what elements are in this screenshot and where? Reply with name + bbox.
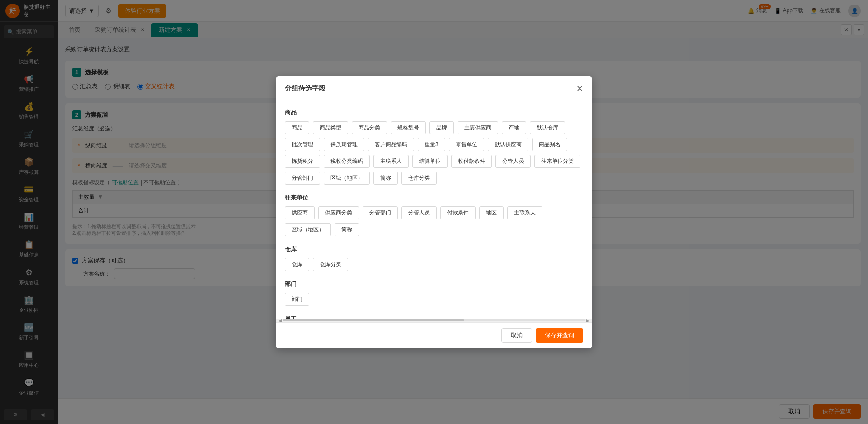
field-tag-product-25[interactable]: 仓库分类 [401, 172, 437, 185]
field-tag-product-11[interactable]: 重量3 [418, 138, 445, 151]
field-tag-warehouse-1[interactable]: 仓库分类 [313, 258, 348, 271]
field-tag-product-13[interactable]: 默认供应商 [488, 138, 528, 151]
hscroll-thumb [283, 319, 464, 321]
modal-body[interactable]: 商品 商品 商品类型 商品分类 规格型号 品牌 主要供应商 产地 默认仓库 批次… [276, 101, 592, 319]
hscroll-track [283, 319, 585, 321]
field-tag-product-3[interactable]: 规格型号 [391, 121, 426, 134]
field-tag-product-15[interactable]: 拣货积分 [285, 155, 320, 168]
section-partner: 往来单位 供应商 供应商分类 分管部门 分管人员 付款条件 地区 主联系人 区域… [285, 194, 583, 236]
field-tag-product-5[interactable]: 主要供应商 [458, 121, 498, 134]
field-tag-product-23[interactable]: 区域（地区） [324, 172, 370, 185]
field-tag-product-0[interactable]: 商品 [285, 121, 309, 134]
field-tag-product-22[interactable]: 分管部门 [285, 172, 320, 185]
field-tag-partner-5[interactable]: 地区 [479, 206, 504, 219]
field-tag-product-17[interactable]: 主联系人 [373, 155, 409, 168]
section-warehouse-fields: 仓库 仓库分类 [285, 258, 583, 271]
field-tag-partner-1[interactable]: 供应商分类 [318, 206, 359, 219]
section-product-fields: 商品 商品类型 商品分类 规格型号 品牌 主要供应商 产地 默认仓库 批次管理 … [285, 121, 583, 185]
section-employee: 员工 业务员 [285, 315, 583, 319]
field-tag-product-2[interactable]: 商品分类 [352, 121, 387, 134]
field-tag-product-12[interactable]: 零售单位 [449, 138, 484, 151]
modal-header: 分组待选字段 ✕ [276, 76, 592, 101]
modal-title: 分组待选字段 [285, 84, 326, 93]
section-warehouse: 仓库 仓库 仓库分类 [285, 245, 583, 271]
section-partner-title: 往来单位 [285, 194, 583, 202]
field-tag-product-10[interactable]: 客户商品编码 [368, 138, 414, 151]
field-select-modal: 分组待选字段 ✕ 商品 商品 商品类型 商品分类 规格型号 品牌 主要供应商 产… [276, 76, 592, 348]
field-tag-partner-0[interactable]: 供应商 [285, 206, 315, 219]
section-department-title: 部门 [285, 280, 583, 288]
modal-confirm-button[interactable]: 保存并查询 [536, 328, 583, 343]
field-tag-product-18[interactable]: 结算单位 [412, 155, 448, 168]
modal-footer: 取消 保存并查询 [276, 322, 592, 348]
section-warehouse-title: 仓库 [285, 245, 583, 253]
field-tag-partner-7[interactable]: 区域（地区） [285, 223, 331, 236]
field-tag-product-21[interactable]: 往来单位分类 [534, 155, 580, 168]
field-tag-product-8[interactable]: 批次管理 [285, 138, 320, 151]
field-tag-partner-4[interactable]: 付款条件 [440, 206, 476, 219]
field-tag-product-9[interactable]: 保质期管理 [324, 138, 364, 151]
modal-cancel-button[interactable]: 取消 [501, 328, 532, 343]
modal-close-button[interactable]: ✕ [576, 84, 583, 94]
field-tag-product-24[interactable]: 简称 [373, 172, 398, 185]
section-employee-title: 员工 [285, 315, 583, 319]
field-tag-partner-6[interactable]: 主联系人 [507, 206, 542, 219]
section-product-title: 商品 [285, 109, 583, 117]
field-tag-partner-2[interactable]: 分管部门 [363, 206, 398, 219]
field-tag-product-6[interactable]: 产地 [502, 121, 526, 134]
section-product: 商品 商品 商品类型 商品分类 规格型号 品牌 主要供应商 产地 默认仓库 批次… [285, 109, 583, 185]
field-tag-product-7[interactable]: 默认仓库 [530, 121, 565, 134]
field-tag-product-4[interactable]: 品牌 [429, 121, 454, 134]
field-tag-partner-3[interactable]: 分管人员 [401, 206, 437, 219]
field-tag-product-16[interactable]: 税收分类编码 [324, 155, 370, 168]
field-tag-product-19[interactable]: 收付款条件 [451, 155, 492, 168]
section-department: 部门 部门 [285, 280, 583, 306]
field-tag-product-14[interactable]: 商品别名 [532, 138, 567, 151]
field-tag-product-20[interactable]: 分管人员 [495, 155, 531, 168]
modal-hscroll[interactable]: ◀ ▶ [276, 319, 592, 322]
section-partner-fields: 供应商 供应商分类 分管部门 分管人员 付款条件 地区 主联系人 区域（地区） … [285, 206, 583, 236]
field-tag-product-1[interactable]: 商品类型 [313, 121, 348, 134]
field-tag-partner-8[interactable]: 简称 [335, 223, 359, 236]
field-tag-department-0[interactable]: 部门 [285, 293, 309, 306]
field-tag-warehouse-0[interactable]: 仓库 [285, 258, 309, 271]
section-department-fields: 部门 [285, 293, 583, 306]
